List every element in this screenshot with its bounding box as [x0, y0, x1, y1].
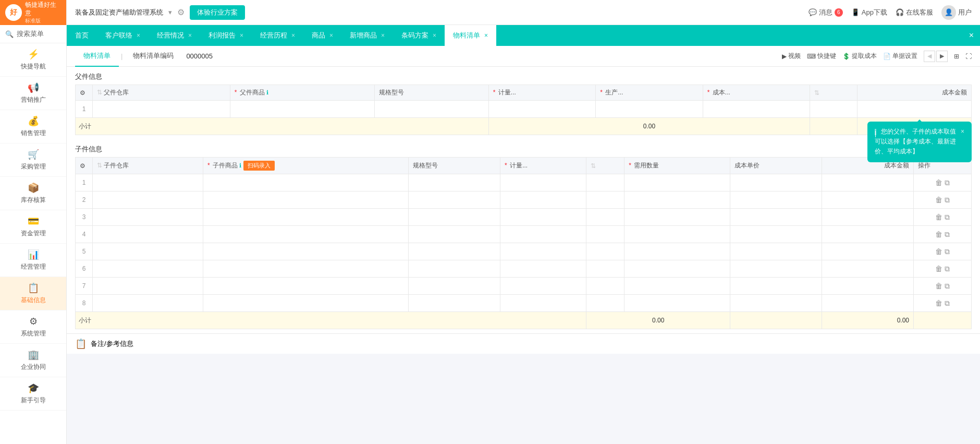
- child-row2-unit-price[interactable]: [730, 191, 822, 209]
- child-row1-warehouse[interactable]: [93, 174, 203, 191]
- copy-row5-icon[interactable]: ⧉: [945, 247, 950, 256]
- tab-profit[interactable]: 利润报告 ×: [200, 25, 252, 46]
- subtabs-bar: 物料清单 | 物料清单编码 0000005 ▶ 视频 ⌨ 快捷键: [67, 46, 980, 67]
- sidebar-item-quick-nav[interactable]: ⚡ 快捷导航: [0, 43, 66, 77]
- sidebar-item-system[interactable]: ⚙ 系统管理: [0, 310, 66, 344]
- copy-row6-icon[interactable]: ⧉: [945, 265, 950, 273]
- user-menu[interactable]: 👤 用户: [941, 5, 972, 20]
- child-row2-extra[interactable]: [586, 191, 624, 209]
- delete-row2-icon[interactable]: 🗑: [935, 196, 942, 204]
- view-toggle-button[interactable]: ⊞: [954, 53, 959, 60]
- parent-row-cost-amount-cell[interactable]: [858, 101, 972, 118]
- tab-new-goods-close[interactable]: ×: [381, 32, 385, 39]
- sidebar-item-operation[interactable]: 📊 经营管理: [0, 244, 66, 277]
- delete-row8-icon[interactable]: 🗑: [935, 299, 942, 307]
- sidebar-item-purchase[interactable]: 🛒 采购管理: [0, 143, 66, 177]
- child-row1-cost-amount[interactable]: [822, 174, 914, 191]
- child-row1-goods[interactable]: [203, 174, 408, 191]
- next-record-button[interactable]: ▶: [936, 51, 948, 62]
- child-gear-icon[interactable]: ⚙: [80, 162, 85, 170]
- parent-goods-info-icon[interactable]: ℹ: [266, 89, 268, 95]
- sidebar-item-search[interactable]: 🔍 搜索菜单: [0, 25, 66, 43]
- child-row2-spec[interactable]: [409, 191, 500, 209]
- child-row2-goods[interactable]: [203, 191, 408, 209]
- app-download-button[interactable]: 📱 App下载: [851, 8, 887, 17]
- prev-record-button[interactable]: ◀: [924, 51, 935, 62]
- extract-cost-button[interactable]: 💲 提取成本: [842, 52, 877, 61]
- tab-operation-close[interactable]: ×: [188, 32, 192, 39]
- tab-goods-close[interactable]: ×: [329, 32, 333, 39]
- delete-row5-icon[interactable]: 🗑: [935, 247, 942, 256]
- sidebar-item-finance[interactable]: 💳 资金管理: [0, 210, 66, 244]
- child-row6-num: 6: [76, 260, 93, 278]
- sidebar-item-sales[interactable]: 💰 销售管理: [0, 110, 66, 143]
- child-row1-unit[interactable]: [500, 174, 586, 191]
- delete-row1-icon[interactable]: 🗑: [935, 178, 942, 187]
- parent-row-extra-cell[interactable]: [810, 101, 858, 118]
- child-row2-unit[interactable]: [500, 191, 586, 209]
- copy-row8-icon[interactable]: ⧉: [945, 299, 950, 308]
- expand-button[interactable]: ⛶: [965, 53, 972, 60]
- child-row3-actions: 🗑 ⧉: [914, 209, 972, 226]
- delete-row6-icon[interactable]: 🗑: [935, 265, 942, 273]
- delete-row4-icon[interactable]: 🗑: [935, 230, 942, 238]
- sidebar-item-marketing[interactable]: 📢 营销推广: [0, 77, 66, 110]
- parent-row-warehouse-cell[interactable]: [93, 101, 230, 118]
- tab-profit-close[interactable]: ×: [240, 32, 243, 39]
- delete-row3-icon[interactable]: 🗑: [935, 213, 942, 221]
- child-row2-warehouse[interactable]: [93, 191, 203, 209]
- copy-row2-icon[interactable]: ⧉: [945, 196, 950, 205]
- tab-bom-close[interactable]: ×: [484, 32, 488, 39]
- copy-row1-icon[interactable]: ⧉: [945, 178, 950, 187]
- keyboard-icon: ⌨: [807, 53, 816, 60]
- tab-customer[interactable]: 客户联络 ×: [97, 25, 149, 46]
- single-setting-button[interactable]: 📄 单据设置: [883, 52, 917, 61]
- child-row1-extra[interactable]: [586, 174, 624, 191]
- child-row2-actions: 🗑 ⧉: [914, 191, 972, 209]
- child-row2-qty[interactable]: [624, 191, 730, 209]
- message-icon: 💬: [808, 8, 817, 16]
- copy-row4-icon[interactable]: ⧉: [945, 230, 950, 239]
- scan-input-button[interactable]: 扫码录入: [243, 161, 275, 171]
- child-row1-qty[interactable]: [624, 174, 730, 191]
- child-goods-info-icon[interactable]: ℹ: [239, 162, 241, 169]
- tab-customer-close[interactable]: ×: [137, 32, 140, 39]
- tab-barcode-close[interactable]: ×: [433, 32, 436, 39]
- settings-gear-icon[interactable]: ⚙: [177, 7, 185, 17]
- subtab-bom-list[interactable]: 物料清单: [75, 46, 119, 67]
- parent-row-unit-cell[interactable]: [488, 101, 595, 118]
- tab-new-goods[interactable]: 新增商品 ×: [341, 25, 393, 46]
- message-button[interactable]: 💬 消息 6: [808, 8, 843, 17]
- tab-home[interactable]: 首页: [67, 25, 97, 46]
- view-video-button[interactable]: ▶ 视频: [782, 52, 801, 61]
- shortcut-button[interactable]: ⌨ 快捷键: [807, 52, 836, 61]
- child-row1-unit-price[interactable]: [730, 174, 822, 191]
- tooltip-close-button[interactable]: ×: [961, 127, 964, 137]
- tab-barcode[interactable]: 条码方案 ×: [393, 25, 445, 46]
- sidebar-item-basic-info[interactable]: 📋 基础信息: [0, 277, 66, 310]
- delete-row7-icon[interactable]: 🗑: [935, 282, 942, 290]
- parent-row-goods-cell[interactable]: [230, 101, 374, 118]
- sidebar-item-enterprise[interactable]: 🏢 企业协同: [0, 344, 66, 377]
- tab-operation[interactable]: 经营情况 ×: [149, 25, 200, 46]
- child-row2-cost-amount[interactable]: [822, 191, 914, 209]
- logo-icon: 好: [5, 4, 22, 21]
- system-dropdown-arrow[interactable]: ▾: [168, 8, 172, 16]
- parent-row-production-cell[interactable]: [596, 101, 703, 118]
- tab-goods[interactable]: 商品 ×: [303, 25, 341, 46]
- copy-row3-icon[interactable]: ⧉: [945, 213, 950, 222]
- parent-row-spec-cell[interactable]: [375, 101, 489, 118]
- tab-bom[interactable]: 物料清单 ×: [445, 25, 496, 46]
- tab-history-close[interactable]: ×: [291, 32, 295, 39]
- copy-row7-icon[interactable]: ⧉: [945, 282, 950, 291]
- gear-settings-icon[interactable]: ⚙: [80, 89, 85, 97]
- sidebar-item-inventory[interactable]: 📦 库存核算: [0, 177, 66, 210]
- parent-row-cost-cell[interactable]: [703, 101, 810, 118]
- online-service-button[interactable]: 🎧 在线客服: [896, 8, 933, 17]
- child-row1-spec[interactable]: [409, 174, 500, 191]
- sidebar-item-guide[interactable]: 🎓 新手引导: [0, 377, 66, 411]
- close-all-tabs[interactable]: ×: [963, 25, 980, 46]
- subtab-bom-code[interactable]: 物料清单编码: [125, 46, 182, 67]
- trial-button[interactable]: 体验行业方案: [190, 5, 245, 20]
- tab-history[interactable]: 经营历程 ×: [252, 25, 303, 46]
